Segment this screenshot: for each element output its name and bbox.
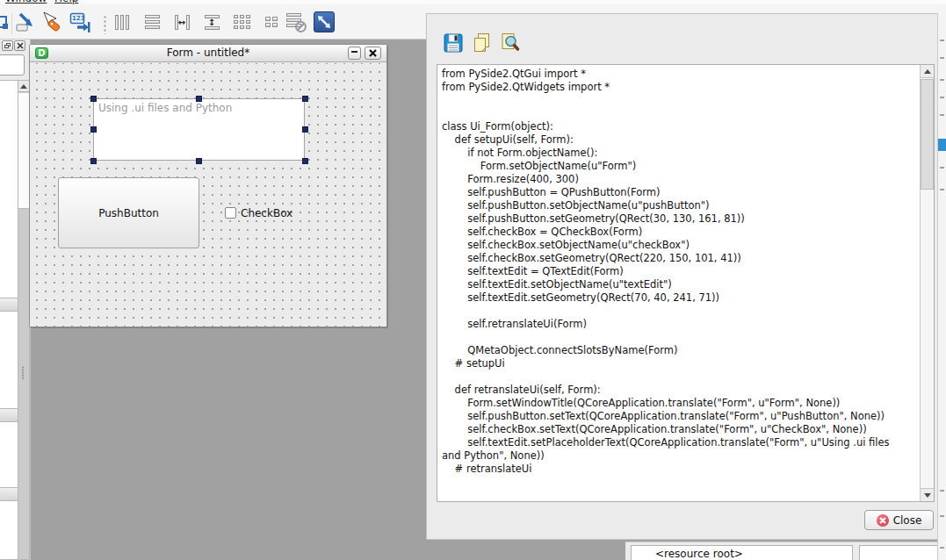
break-layout-button[interactable] — [285, 11, 307, 33]
menu-bar: Window Help — [0, 0, 946, 4]
resource-editor-panel: <resource root> — [625, 542, 946, 560]
widget-category-header[interactable] — [0, 298, 18, 312]
selection-handle-bottom-center[interactable] — [196, 158, 202, 164]
layout-vertical-button[interactable] — [141, 11, 163, 33]
scroll-up-button[interactable] — [18, 81, 29, 92]
menu-item-window[interactable]: Window — [5, 0, 47, 4]
float-icon — [4, 43, 11, 48]
close-icon — [369, 49, 377, 57]
splitter-h-glyph: ↔ — [178, 18, 185, 27]
up-arrow-icon — [924, 69, 931, 74]
resource-side-pane[interactable] — [859, 545, 946, 560]
close-icon — [17, 42, 24, 49]
strip-mark — [940, 515, 944, 517]
form-editor-window: D Form - untitled* Using .ui files and P… — [29, 44, 387, 327]
layout-vertical-icon — [145, 15, 160, 29]
copy-code-button[interactable] — [470, 31, 494, 54]
resource-tree[interactable]: <resource root> — [631, 545, 853, 560]
generated-python-code[interactable]: from PySide2.QtGui import * from PySide2… — [442, 68, 917, 476]
qt-designer-window: Window Help — [0, 0, 946, 560]
down-arrow-icon — [924, 493, 931, 498]
edit-widgets-icon — [0, 11, 10, 32]
tab-order-badge: 123 — [72, 15, 85, 22]
layout-vertical-splitter-button[interactable]: ↕ — [200, 11, 223, 33]
strip-mark — [940, 97, 944, 98]
adjust-size-button[interactable] — [313, 11, 336, 33]
edit-tab-order-button[interactable]: 123 — [69, 11, 91, 33]
checkbox-indicator[interactable] — [225, 207, 236, 219]
menu-item-help[interactable]: Help — [54, 0, 78, 4]
widget-filter-input[interactable] — [0, 54, 25, 75]
close-button-label: Close — [893, 514, 922, 527]
pushbutton-widget[interactable]: PushButton — [58, 177, 199, 248]
save-code-button[interactable] — [441, 31, 465, 54]
strip-mark — [940, 39, 944, 41]
selection-handle-mid-right[interactable] — [302, 126, 308, 133]
copy-icon — [471, 32, 494, 54]
form-window-titlebar[interactable]: D Form - untitled* — [30, 45, 386, 62]
close-dialog-button[interactable]: Close — [864, 510, 934, 530]
strip-mark — [940, 57, 944, 59]
strip-mark — [940, 490, 944, 492]
textedit-placeholder: Using .ui files and Python — [94, 99, 304, 117]
checkbox-label: CheckBox — [241, 207, 292, 219]
selection-handle-top-center[interactable] — [196, 96, 202, 102]
layout-form-icon — [265, 17, 278, 27]
minimize-icon — [351, 51, 357, 53]
dock-grip-handle[interactable] — [22, 366, 24, 380]
selection-handle-bottom-left[interactable] — [90, 158, 97, 164]
code-preview-dialog: from PySide2.QtGui import * from PySide2… — [426, 13, 937, 540]
widget-box-dock — [0, 39, 31, 560]
find-icon — [499, 32, 522, 54]
code-view[interactable]: from PySide2.QtGui import * from PySide2… — [437, 64, 935, 502]
pushbutton-label: PushButton — [98, 207, 159, 219]
strip-mark — [940, 114, 944, 116]
form-window-title: Form - untitled* — [30, 47, 386, 59]
up-arrow-icon — [20, 84, 27, 89]
scroll-down-button[interactable] — [921, 488, 934, 501]
splitter-v-glyph: ↕ — [208, 18, 215, 27]
selection-handle-top-right[interactable] — [302, 96, 308, 102]
edit-buddies-button[interactable] — [40, 11, 63, 33]
layout-horizontal-icon — [115, 15, 129, 30]
edit-tab-order-icon: 123 — [69, 11, 91, 33]
widget-category-header[interactable] — [0, 408, 18, 422]
toolbar-separator — [11, 13, 12, 34]
scrollbar-thumb[interactable] — [18, 93, 29, 209]
layout-grid-icon — [234, 15, 250, 29]
scroll-up-button[interactable] — [921, 65, 934, 78]
strip-selected-item — [938, 139, 946, 151]
strip-mark — [940, 167, 944, 169]
close-red-icon — [877, 514, 889, 527]
prohibition-icon — [295, 21, 307, 32]
selection-handle-top-left[interactable] — [90, 96, 97, 102]
edit-signals-slots-icon — [14, 11, 37, 33]
edit-buddies-icon — [40, 11, 63, 33]
resource-root-item[interactable]: <resource root> — [632, 546, 852, 560]
textedit-widget[interactable]: Using .ui files and Python — [93, 98, 305, 161]
layout-horizontal-button[interactable] — [111, 11, 134, 33]
widget-category-header[interactable] — [0, 487, 18, 501]
dock-float-button[interactable] — [2, 40, 13, 51]
save-icon — [442, 32, 465, 54]
layout-horizontal-splitter-button[interactable]: ↔ — [170, 11, 193, 33]
code-scrollbar[interactable] — [920, 65, 934, 501]
toolbar-separator-dots — [104, 15, 106, 34]
scrollbar-thumb[interactable] — [921, 79, 934, 190]
strip-mark — [940, 189, 944, 190]
selection-handle-bottom-right[interactable] — [302, 158, 308, 164]
checkbox-widget[interactable]: CheckBox — [225, 195, 314, 231]
strip-mark — [940, 547, 944, 549]
minimize-button[interactable] — [348, 47, 361, 60]
adjust-size-icon — [314, 11, 335, 32]
layout-grid-button[interactable] — [230, 11, 253, 33]
dock-close-button[interactable] — [14, 40, 25, 51]
find-code-button[interactable] — [498, 31, 522, 54]
close-window-button[interactable] — [365, 47, 381, 60]
right-edge-panel — [937, 13, 946, 560]
edit-signals-slots-button[interactable] — [14, 11, 37, 33]
selection-handle-mid-left[interactable] — [90, 126, 97, 133]
layout-form-button[interactable] — [260, 11, 283, 33]
widget-list-scrollbar[interactable] — [18, 80, 30, 560]
edit-widgets-button[interactable] — [0, 11, 11, 33]
